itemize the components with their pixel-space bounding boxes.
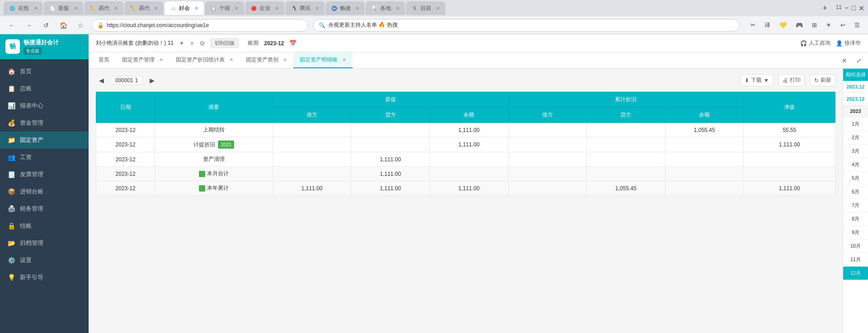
tab-area-maximize[interactable]: ⤢ [854,55,864,66]
add-account-btn[interactable]: + [190,39,194,47]
browser-minimize[interactable]: − [844,4,849,13]
period-month-10[interactable]: 10月 [843,239,868,253]
service-button[interactable]: 🎧 人工咨询 [800,39,830,47]
url-input[interactable]: 🔒 https://cloud.chanjet.com/accounting/u… [91,19,308,32]
period-month-6[interactable]: 6月 [843,185,868,199]
page-tab-0[interactable]: 首页 [92,52,116,68]
grid-icon[interactable]: ⊞ [809,21,820,29]
dropdown-arrow[interactable]: ▼ [179,40,184,47]
period-month-1[interactable]: 1月 [843,117,868,131]
page-tab-close-3[interactable]: ✕ [283,57,287,63]
game-icon[interactable]: 🎮 [793,21,806,29]
browser-tab-8[interactable]: Ⓜ️畅捷✕ [326,1,365,15]
tab-close-9[interactable]: ✕ [396,5,400,11]
sidebar-item-进销台账[interactable]: 📦进销台账 [0,183,89,200]
page-tab-4[interactable]: 固定资产明细账✕ [293,52,353,68]
sidebar-item-固定资产[interactable]: 📁固定资产 [0,131,89,149]
page-tab-3[interactable]: 固定资产类别✕ [240,52,293,68]
next-page-button[interactable]: ▶ [146,75,157,86]
bookmark-button[interactable]: ☆ [74,19,87,32]
sidebar-item-总账[interactable]: 📋总账 [0,80,89,97]
browser-tab-6[interactable]: 🔴企业✕ [245,1,284,15]
period-month-9[interactable]: 9月 [843,226,868,239]
browser-tab-3[interactable]: ✏️易代✕ [124,1,164,15]
brightness-icon[interactable]: ☀ [823,21,834,29]
browser-close[interactable]: ✕ [859,4,864,13]
cell-summary: 计提折旧2023 [155,137,273,152]
tab-close-0[interactable]: ✕ [33,5,38,11]
browser-tab-5[interactable]: 📋个税✕ [205,1,244,15]
calendar-icon[interactable]: 📅 [289,40,297,47]
undo-icon[interactable]: ↩ [838,21,848,29]
period-month-8[interactable]: 8月 [843,212,868,226]
period-month-11[interactable]: 11月 [843,253,868,267]
print-button[interactable]: 🖨 打印 [778,74,805,86]
app-edition: 专业版 [24,47,42,55]
period-selected-top[interactable]: 2023.12 [843,81,868,93]
browser-restore[interactable]: □ [851,4,856,13]
tab-close-3[interactable]: ✕ [154,5,158,11]
tab-close-2[interactable]: ✕ [114,5,118,11]
version-switch-button[interactable]: 切到旧版 [211,38,239,48]
headset-icon: 🎧 [800,40,807,47]
user-profile[interactable]: 👤 徐泽华 [836,39,861,47]
page-indicator[interactable]: 000001 1 [110,76,143,85]
sidebar-item-报表中心[interactable]: 📊报表中心 [0,97,89,114]
refresh-button[interactable]: ↺ [40,19,52,32]
sidebar-item-新手引导[interactable]: 💡新手引导 [0,269,89,286]
wallet-icon[interactable]: 💛 [777,21,789,29]
back-button[interactable]: ← [5,19,18,32]
tab-close-1[interactable]: ✕ [74,5,78,11]
browser-tab-0[interactable]: 🌐在线✕ [4,1,43,15]
browser-tab-1[interactable]: 📄新版✕ [44,1,83,15]
period-selected-bottom[interactable]: 2023.12 [843,93,868,105]
period-month-2[interactable]: 2月 [843,131,868,145]
download-button[interactable]: ⬇ 下载 ▼ [741,74,773,86]
forward-button[interactable]: → [23,19,35,32]
prev-page-button[interactable]: ◀ [96,75,107,86]
tab-area-close[interactable]: ✕ [839,55,850,66]
sidebar-item-首页[interactable]: 🏠首页 [0,63,89,80]
tab-close-5[interactable]: ✕ [235,5,239,11]
sidebar-item-税务管理[interactable]: 🖨️税务管理 [0,200,89,217]
settings-icon[interactable]: ⚙ [199,40,205,47]
sidebar-item-结账[interactable]: 🔒结账 [0,217,89,235]
translate-icon[interactable]: 译 [762,20,773,30]
period-month-5[interactable]: 5月 [843,172,868,185]
scissors-icon[interactable]: ✂ [748,21,758,29]
page-tab-close-4[interactable]: ✕ [342,57,346,63]
period-month-3[interactable]: 3月 [843,145,868,158]
tab-close-8[interactable]: ✕ [355,5,359,11]
search-input[interactable]: 🔍 央视更新主持人名单 🔥 热搜 [313,19,740,32]
sidebar-item-设置[interactable]: ⚙️设置 [0,252,89,269]
tab-close-10[interactable]: ✕ [436,5,440,11]
page-tab-close-1[interactable]: ✕ [159,57,163,63]
browser-tab-9[interactable]: 📊各地✕ [366,1,405,15]
browser-tab-4[interactable]: ☁️好会✕ [165,1,204,15]
period-month-4[interactable]: 4月 [843,158,868,172]
period-month-12[interactable]: 12月 [843,267,868,280]
page-tab-1[interactable]: 固定资产管理✕ [116,52,170,68]
home-button[interactable]: 🏠 [57,19,70,32]
menu-icon[interactable]: ☰ [852,21,863,29]
cell-orig-debit [273,167,351,181]
sidebar-item-发票管理[interactable]: 🗒️发票管理 [0,166,89,183]
cell-acc-balance: 1,055.45 [665,123,744,137]
cell-orig-debit [273,152,351,167]
tab-close-6[interactable]: ✕ [275,5,279,11]
browser-tab-10[interactable]: S目前✕ [406,1,445,15]
page-tab-2[interactable]: 固定资产折旧统计表✕ [170,52,240,68]
period-year[interactable]: 2023 [843,105,868,117]
dropdown-icon: ▼ [764,77,769,84]
browser-tab-7[interactable]: 🐧腾讯✕ [285,1,325,15]
period-month-7[interactable]: 7月 [843,199,868,212]
tab-close-4[interactable]: ✕ [194,5,198,11]
sidebar-item-资金管理[interactable]: 💰资金管理 [0,114,89,131]
tab-close-7[interactable]: ✕ [315,5,319,11]
new-tab-button[interactable]: + [819,2,831,14]
sidebar-item-归档管理[interactable]: 📂归档管理 [0,235,89,252]
browser-tab-2[interactable]: ✏️易代✕ [84,1,123,15]
page-tab-close-2[interactable]: ✕ [229,57,233,63]
sidebar-item-工资[interactable]: 👥工资 [0,149,89,166]
refresh-data-button[interactable]: ↻ 刷新 [810,74,835,86]
